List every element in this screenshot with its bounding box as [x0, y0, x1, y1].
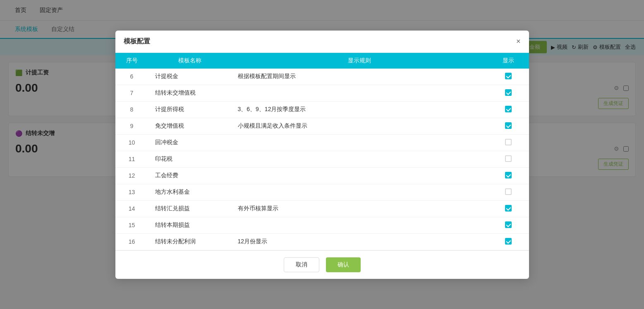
cell-rule-4 — [231, 134, 488, 151]
table-row: 8计提所得税3、6、9、12月按季度显示 — [115, 101, 529, 118]
cell-check-7 — [488, 184, 529, 200]
cell-index-0: 6 — [115, 69, 148, 85]
cell-name-5: 印花税 — [148, 151, 231, 167]
checkbox-3[interactable] — [505, 122, 512, 129]
checkbox-2[interactable] — [505, 106, 512, 112]
cell-index-2: 8 — [115, 101, 148, 118]
cell-index-5: 11 — [115, 151, 148, 167]
cell-check-0 — [488, 69, 529, 85]
cell-rule-8: 有外币核算显示 — [231, 200, 488, 217]
table-row: 16结转未分配利润12月份显示 — [115, 233, 529, 250]
cell-name-0: 计提税金 — [148, 69, 231, 85]
checkbox-1[interactable] — [505, 89, 512, 96]
table-row: 6计提税金根据模板配置期间显示 — [115, 69, 529, 85]
checkbox-9[interactable] — [505, 221, 512, 228]
modal-close-button[interactable]: × — [516, 38, 521, 45]
cell-rule-0: 根据模板配置期间显示 — [231, 69, 488, 85]
cell-index-3: 9 — [115, 118, 148, 134]
cancel-button[interactable]: 取消 — [284, 257, 319, 272]
cell-rule-5 — [231, 151, 488, 167]
checkbox-0[interactable] — [505, 73, 512, 79]
cell-index-1: 7 — [115, 85, 148, 101]
table-row: 11印花税 — [115, 151, 529, 167]
cell-rule-7 — [231, 184, 488, 200]
col-header-index: 序号 — [115, 53, 148, 69]
checkbox-7[interactable] — [505, 188, 512, 195]
col-header-rule: 显示规则 — [231, 53, 488, 69]
cell-check-4 — [488, 134, 529, 151]
cell-check-9 — [488, 217, 529, 233]
cell-check-10 — [488, 233, 529, 250]
cell-index-9: 15 — [115, 217, 148, 233]
cell-name-7: 地方水利基金 — [148, 184, 231, 200]
modal-template-config: 模板配置 × 序号 模板名称 显示规则 显示 6计提税金根据模板配置期间显示7结… — [115, 31, 529, 279]
cell-index-8: 14 — [115, 200, 148, 217]
cell-rule-6 — [231, 167, 488, 184]
cell-index-7: 13 — [115, 184, 148, 200]
cell-rule-10: 12月份显示 — [231, 233, 488, 250]
cell-name-9: 结转本期损益 — [148, 217, 231, 233]
cell-name-10: 结转未分配利润 — [148, 233, 231, 250]
confirm-button[interactable]: 确认 — [326, 257, 361, 272]
modal-body: 序号 模板名称 显示规则 显示 6计提税金根据模板配置期间显示7结转未交增值税8… — [115, 53, 529, 250]
cell-check-6 — [488, 167, 529, 184]
modal-overlay: 模板配置 × 序号 模板名称 显示规则 显示 6计提税金根据模板配置期间显示7结… — [0, 0, 644, 309]
checkbox-8[interactable] — [505, 205, 512, 212]
table-row: 15结转本期损益 — [115, 217, 529, 233]
col-header-display: 显示 — [488, 53, 529, 69]
cell-rule-3: 小规模且满足收入条件显示 — [231, 118, 488, 134]
cell-rule-9 — [231, 217, 488, 233]
table-row: 14结转汇兑损益有外币核算显示 — [115, 200, 529, 217]
cell-name-1: 结转未交增值税 — [148, 85, 231, 101]
checkbox-4[interactable] — [505, 139, 512, 145]
cell-index-6: 12 — [115, 167, 148, 184]
table-row: 13地方水利基金 — [115, 184, 529, 200]
cell-name-3: 免交增值税 — [148, 118, 231, 134]
cell-index-10: 16 — [115, 233, 148, 250]
cell-check-1 — [488, 85, 529, 101]
checkbox-6[interactable] — [505, 172, 512, 178]
modal-footer: 取消 确认 — [115, 250, 529, 279]
table-row: 7结转未交增值税 — [115, 85, 529, 101]
cell-name-4: 回冲税金 — [148, 134, 231, 151]
table-row: 9免交增值税小规模且满足收入条件显示 — [115, 118, 529, 134]
cell-check-8 — [488, 200, 529, 217]
cell-name-8: 结转汇兑损益 — [148, 200, 231, 217]
cell-name-6: 工会经费 — [148, 167, 231, 184]
cell-rule-1 — [231, 85, 488, 101]
checkbox-10[interactable] — [505, 238, 512, 245]
col-header-name: 模板名称 — [148, 53, 231, 69]
cell-check-3 — [488, 118, 529, 134]
table-row: 12工会经费 — [115, 167, 529, 184]
config-table: 序号 模板名称 显示规则 显示 6计提税金根据模板配置期间显示7结转未交增值税8… — [115, 53, 529, 250]
table-header-row: 序号 模板名称 显示规则 显示 — [115, 53, 529, 69]
cell-check-2 — [488, 101, 529, 118]
checkbox-5[interactable] — [505, 155, 512, 162]
cell-index-4: 10 — [115, 134, 148, 151]
modal-header: 模板配置 × — [115, 31, 529, 53]
cell-rule-2: 3、6、9、12月按季度显示 — [231, 101, 488, 118]
cell-name-2: 计提所得税 — [148, 101, 231, 118]
modal-title: 模板配置 — [124, 37, 150, 46]
table-row: 10回冲税金 — [115, 134, 529, 151]
cell-check-5 — [488, 151, 529, 167]
